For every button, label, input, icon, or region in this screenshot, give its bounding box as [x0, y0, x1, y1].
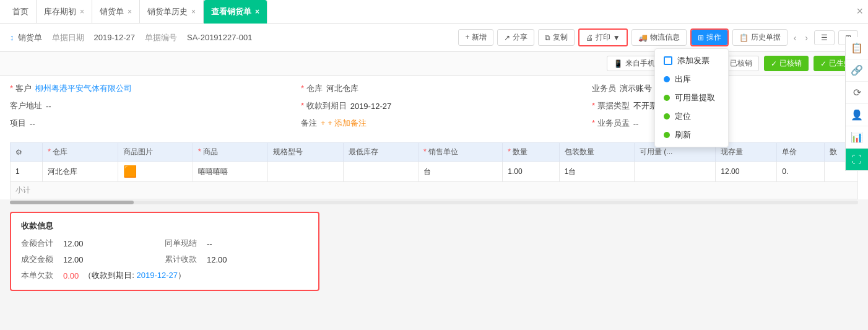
sidebar-doc-icon[interactable]: 📋 [846, 37, 868, 59]
payment-due-row: 本单欠款 0.00 （收款到期日: 2019-12-27） [21, 269, 308, 282]
cell-unit: 台 [418, 162, 502, 182]
table-wrap: ⚙ 仓库 商品图片 商品 规格型号 最低库存 销售单位 数量 包装数量 可用量 … [0, 142, 868, 199]
tab-view-sales-close[interactable]: × [255, 7, 259, 16]
tab-home[interactable]: 首页 [5, 0, 37, 24]
project-field: 项目 -- [10, 118, 276, 129]
table-scrollbar[interactable] [10, 201, 858, 204]
payment-same-order-row: 同单现结 -- [165, 237, 308, 250]
effective-icon: ✓ [820, 59, 827, 68]
col-qty: 数量 [503, 143, 559, 162]
payment-same-order-value: -- [207, 239, 212, 248]
tab-view-sales[interactable]: 查看销货单 × [204, 0, 267, 24]
payment-total-label: 金额合计 [21, 238, 58, 249]
tab-sales[interactable]: 销货单 × [92, 0, 140, 24]
tab-history-close[interactable]: × [191, 7, 196, 16]
number-value: SA-20191227-001 [187, 33, 253, 42]
sidebar-chart-icon[interactable]: 📊 [846, 126, 868, 149]
table-subtotal-row: 小计 [11, 182, 858, 199]
form-row-2: 客户地址 -- 收款到期日 2019-12-27 票据类型 不开票 [10, 100, 858, 111]
note-label: 备注 [301, 118, 317, 129]
locate-icon [664, 113, 670, 119]
staff-label: 业务员 [592, 83, 616, 94]
cell-qty: 1.00 [503, 162, 559, 182]
share-icon: ↗ [504, 33, 510, 42]
sidebar-user-icon[interactable]: 👤 [846, 104, 868, 126]
table-row: 1 河北仓库 🟧 嘻嘻嘻嘻 台 1.00 1台 12.00 0. [11, 162, 858, 182]
logistics-button[interactable]: 🚚 物流信息 [631, 29, 687, 46]
tab-inventory[interactable]: 库存期初 × [37, 0, 92, 24]
dropdown-add-invoice[interactable]: 添加发票 [655, 51, 728, 70]
tab-sales-close[interactable]: × [128, 7, 132, 16]
cell-product: 嘻嘻嘻嘻 [193, 162, 267, 182]
tab-inventory-close[interactable]: × [80, 7, 84, 16]
dropdown-outbound[interactable]: 出库 [655, 70, 728, 89]
dropdown-refresh[interactable]: 刷新 [655, 126, 728, 144]
due-date-field: 收款到期日 2019-12-27 [301, 100, 567, 111]
view-toggle-list[interactable]: ☰ [814, 30, 835, 45]
payment-due-label: 本单欠款 [21, 270, 58, 281]
form-row-1: 客户 柳州粤港平安气体有限公司 仓库 河北仓库 业务员 演示账号 [10, 83, 858, 94]
operation-dropdown: 添加发票 出库 可用量提取 定位 刷新 [654, 48, 729, 147]
dropdown-refresh-label: 刷新 [675, 129, 691, 141]
status-row: 📱 来自手机 ● 未开票 ✓ 已核销 ✓ 已核销 ✓ 已生效 [0, 52, 868, 76]
operation-button[interactable]: ⊞ 操作 [692, 30, 727, 45]
copy-button[interactable]: ⧉ 复制 [538, 29, 575, 46]
dropdown-add-invoice-label: 添加发票 [677, 55, 710, 66]
dropdown-available-qty-label: 可用量提取 [675, 92, 715, 103]
payment-section: 收款信息 金额合计 12.00 同单现结 -- 成交金额 12.00 累计收款 … [0, 206, 868, 303]
prev-arrow[interactable]: ‹ [791, 33, 799, 43]
due-date-label: 收款到期日 [301, 100, 347, 111]
customer-field: 客户 柳州粤港平安气体有限公司 [10, 83, 276, 94]
project-label: 项目 [10, 118, 26, 129]
tab-inventory-label: 库存期初 [44, 6, 76, 17]
voided-btn[interactable]: ✓ 已核销 [764, 56, 809, 71]
dropdown-available-qty[interactable]: 可用量提取 [655, 89, 728, 107]
doc-meta: 单据日期 2019-12-27 单据编号 SA-20191227-001 [52, 32, 253, 43]
col-warehouse: 仓库 [43, 143, 118, 162]
print-dropdown-arrow: ▼ [613, 33, 620, 42]
ticket-value: 不开票 [633, 100, 658, 111]
sidebar-link-icon[interactable]: 🔗 [846, 59, 868, 82]
tab-close-all[interactable]: × [856, 5, 863, 18]
col-pack-qty: 包装数量 [559, 143, 634, 162]
print-button[interactable]: 🖨 打印 ▼ [578, 28, 628, 46]
col-price: 单价 [777, 143, 825, 162]
dropdown-locate[interactable]: 定位 [655, 107, 728, 126]
tab-bar: 首页 库存期初 × 销货单 × 销货单历史 × 查看销货单 × × [0, 0, 868, 24]
available-qty-icon [664, 95, 670, 101]
sidebar-expand-icon[interactable]: ⛶ [846, 149, 868, 171]
next-arrow[interactable]: › [802, 33, 810, 43]
share-button[interactable]: ↗ 分享 [497, 29, 534, 46]
tab-history[interactable]: 销货单历史 × [140, 0, 204, 24]
col-product: 商品 [193, 143, 267, 162]
copy-icon: ⧉ [545, 33, 550, 42]
print-icon: 🖨 [586, 33, 593, 42]
table-header-row: ⚙ 仓库 商品图片 商品 规格型号 最低库存 销售单位 数量 包装数量 可用量 … [11, 143, 858, 162]
phone-icon: 📱 [614, 59, 623, 68]
from-phone-btn[interactable]: 📱 来自手机 [607, 56, 662, 71]
payment-deal-label: 成交金额 [21, 254, 58, 265]
staff-value: 演示账号 [620, 83, 652, 94]
sidebar-refresh-icon[interactable]: ⟳ [846, 82, 868, 104]
payment-title: 收款信息 [21, 220, 308, 232]
col-unit: 销售单位 [418, 143, 502, 162]
number-label: 单据编号 [145, 32, 177, 43]
col-gear[interactable]: ⚙ [11, 143, 43, 162]
operation-icon: ⊞ [698, 33, 704, 42]
payment-deal-row: 成交金额 12.00 [21, 253, 165, 266]
cell-available [635, 162, 716, 182]
cell-stock: 12.00 [716, 162, 777, 182]
new-button[interactable]: + 新增 [458, 29, 493, 46]
note-field: 备注 + + 添加备注 [301, 118, 567, 129]
order-table: ⚙ 仓库 商品图片 商品 规格型号 最低库存 销售单位 数量 包装数量 可用量 … [10, 142, 858, 199]
cell-no: 1 [11, 162, 43, 182]
operation-highlight: ⊞ 操作 [690, 28, 729, 46]
doc-actions: + 新增 ↗ 分享 ⧉ 复制 🖨 打印 ▼ 🚚 物流信息 ⊞ 操作 [458, 28, 858, 46]
right-sidebar: 📋 🔗 ⟳ 👤 📊 ⛶ [845, 37, 868, 171]
warehouse-field: 仓库 河北仓库 [301, 83, 567, 94]
payment-cumulative-value: 12.00 [207, 255, 227, 264]
customer-value[interactable]: 柳州粤港平安气体有限公司 [35, 83, 132, 94]
payment-cumulative-row: 累计收款 12.00 [165, 253, 308, 266]
note-add[interactable]: + + 添加备注 [321, 118, 367, 129]
history-button[interactable]: 📋 历史单据 [732, 29, 788, 46]
